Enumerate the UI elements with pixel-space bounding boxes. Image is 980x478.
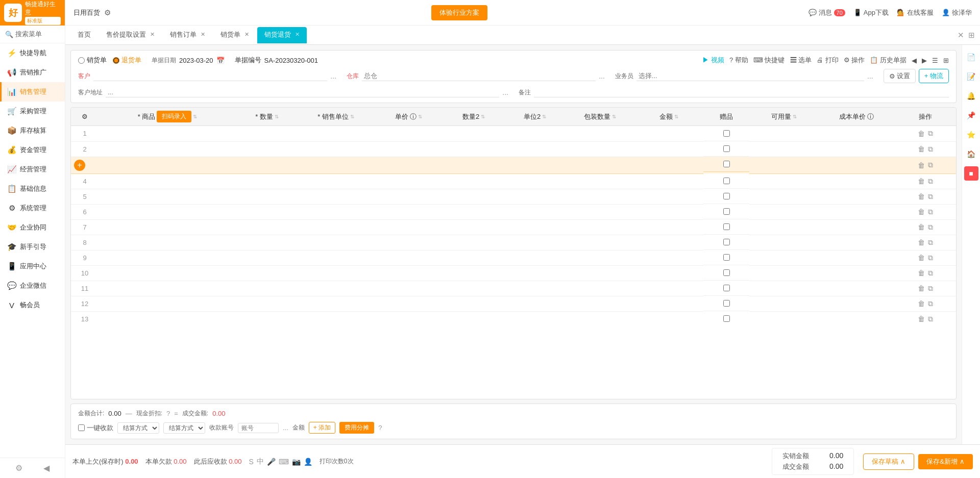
available-cell[interactable] xyxy=(749,157,818,173)
product-cell[interactable] xyxy=(99,204,236,219)
copy-icon[interactable]: ⧉ xyxy=(928,161,933,169)
sales-unit-cell[interactable] xyxy=(298,157,374,173)
available-cell[interactable] xyxy=(749,311,818,322)
product-cell[interactable] xyxy=(99,157,236,173)
cost-price-cell[interactable] xyxy=(818,250,895,265)
operation-btn[interactable]: ⚙ 操作 xyxy=(844,56,865,65)
qty2-sort-icon[interactable]: ⇅ xyxy=(481,114,485,119)
copy-icon[interactable]: ⧉ xyxy=(928,254,933,262)
pack-qty-cell[interactable] xyxy=(566,189,634,204)
qty-cell[interactable] xyxy=(236,204,298,219)
app-download-btn[interactable]: 📱 App下载 xyxy=(853,8,889,17)
qty2-cell[interactable] xyxy=(443,311,504,322)
unit2-cell[interactable] xyxy=(504,311,566,322)
col-settings-icon[interactable]: ⚙ xyxy=(82,113,88,120)
calendar-icon[interactable]: 📅 xyxy=(216,57,225,64)
tab-sales-shipment[interactable]: 销货单 ✕ xyxy=(213,27,256,43)
amount-cell[interactable] xyxy=(634,157,703,173)
delete-icon[interactable]: 🗑 xyxy=(918,254,925,262)
sales-radio-input[interactable] xyxy=(78,57,85,64)
sales-unit-cell[interactable] xyxy=(298,204,374,219)
tab-sales-order-close[interactable]: ✕ xyxy=(201,31,205,38)
sales-unit-cell[interactable] xyxy=(298,296,374,311)
pack-qty-cell[interactable] xyxy=(566,157,634,173)
delete-icon[interactable]: 🗑 xyxy=(918,238,925,246)
sales-radio[interactable]: 销货单 xyxy=(78,56,107,65)
one-click-checkbox-input[interactable] xyxy=(78,424,85,431)
bottom-person-icon[interactable]: 👤 xyxy=(304,458,312,466)
return-radio[interactable]: 退货单 xyxy=(113,56,141,65)
sidebar-item-enterprise[interactable]: 🤝 企业协同 xyxy=(0,218,65,237)
pack-qty-cell[interactable] xyxy=(566,235,634,250)
copy-icon[interactable]: ⧉ xyxy=(928,269,933,278)
amount-cell[interactable] xyxy=(634,204,703,219)
delete-icon[interactable]: 🗑 xyxy=(918,208,925,216)
add-btn[interactable]: + 添加 xyxy=(309,422,335,434)
next-icon[interactable]: ▶ xyxy=(922,57,927,64)
bottom-s-icon[interactable]: S xyxy=(249,458,253,466)
pack-qty-cell[interactable] xyxy=(566,219,634,235)
unit2-cell[interactable] xyxy=(504,219,566,235)
cost-price-cell[interactable] xyxy=(818,189,895,204)
gift-checkbox[interactable] xyxy=(723,223,730,230)
product-cell[interactable] xyxy=(99,265,236,281)
account-input[interactable] xyxy=(238,423,279,433)
qty-cell[interactable] xyxy=(236,157,298,173)
unit2-cell[interactable] xyxy=(504,157,566,173)
warehouse-dots[interactable]: ... xyxy=(599,72,605,80)
delete-icon[interactable]: 🗑 xyxy=(918,192,925,200)
unit2-cell[interactable] xyxy=(504,204,566,219)
qty-cell[interactable] xyxy=(236,219,298,235)
gift-checkbox[interactable] xyxy=(723,300,730,307)
topbar-settings-icon[interactable]: ⚙ xyxy=(104,8,111,17)
fee-split-btn[interactable]: 费用分摊 xyxy=(339,422,374,434)
delete-icon[interactable]: 🗑 xyxy=(918,130,925,138)
amount-cell[interactable] xyxy=(634,281,703,296)
product-cell[interactable] xyxy=(99,173,236,189)
unit-price-cell[interactable] xyxy=(374,235,443,250)
gift-checkbox[interactable] xyxy=(723,145,730,152)
product-cell[interactable] xyxy=(99,219,236,235)
tab-sales-return-close[interactable]: ✕ xyxy=(295,31,300,38)
qty2-cell[interactable] xyxy=(443,173,504,189)
pack-qty-cell[interactable] xyxy=(566,204,634,219)
unit-price-cell[interactable] xyxy=(374,204,443,219)
copy-icon[interactable]: ⧉ xyxy=(928,192,933,201)
unit2-cell[interactable] xyxy=(504,173,566,189)
amount-cell[interactable] xyxy=(634,235,703,250)
unit2-cell[interactable] xyxy=(504,265,566,281)
pack-qty-cell[interactable] xyxy=(566,265,634,281)
delete-icon[interactable]: 🗑 xyxy=(918,161,925,169)
product-input[interactable] xyxy=(102,160,233,170)
bottom-mic-icon[interactable]: 🎤 xyxy=(267,458,276,466)
sales-unit-cell[interactable] xyxy=(298,281,374,296)
copy-icon[interactable]: ⧉ xyxy=(928,129,933,138)
staff-input[interactable] xyxy=(636,71,864,81)
cost-price-cell[interactable] xyxy=(818,157,895,173)
product-cell[interactable] xyxy=(99,141,236,157)
unit-price-cell[interactable] xyxy=(374,296,443,311)
available-cell[interactable] xyxy=(749,265,818,281)
available-cell[interactable] xyxy=(749,250,818,265)
qty-cell[interactable] xyxy=(236,189,298,204)
tab-home[interactable]: 首页 xyxy=(70,27,98,43)
unit-price-cell[interactable] xyxy=(374,281,443,296)
unit2-cell[interactable] xyxy=(504,141,566,157)
unit-price-cell[interactable] xyxy=(374,157,443,173)
view-grid-icon[interactable]: ⊞ xyxy=(943,57,949,64)
product-cell[interactable] xyxy=(99,126,236,142)
product-cell[interactable] xyxy=(99,250,236,265)
qty-cell[interactable] xyxy=(236,265,298,281)
save-draft-btn[interactable]: 保存草稿 ∧ xyxy=(863,454,914,470)
video-btn[interactable]: ▶ 视频 xyxy=(702,56,724,65)
product-cell[interactable] xyxy=(99,235,236,250)
staff-dots[interactable]: ... xyxy=(867,72,873,80)
pack-qty-cell[interactable] xyxy=(566,250,634,265)
tab-sales-shipment-close[interactable]: ✕ xyxy=(244,31,249,38)
delete-icon[interactable]: 🗑 xyxy=(918,223,925,231)
copy-icon[interactable]: ⧉ xyxy=(928,315,933,322)
qty-cell[interactable] xyxy=(236,173,298,189)
scan-btn[interactable]: 扫码录入 xyxy=(157,111,191,122)
pack-qty-cell[interactable] xyxy=(566,281,634,296)
logistics-btn[interactable]: + 物流 xyxy=(919,69,949,83)
